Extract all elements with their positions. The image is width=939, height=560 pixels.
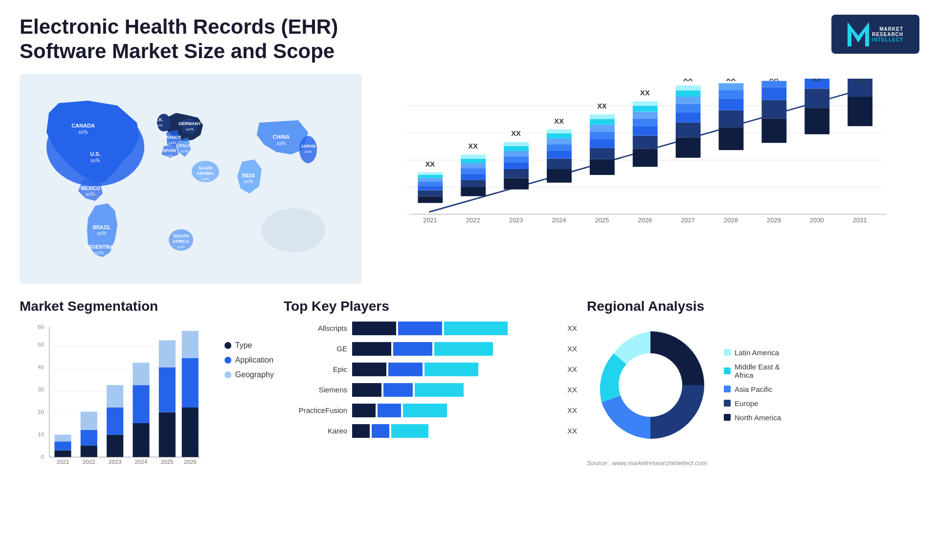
main-chart-svg: XX 2021 XX 2022 XX xyxy=(401,79,910,259)
svg-text:2021: 2021 xyxy=(56,458,69,465)
svg-marker-0 xyxy=(848,22,869,46)
top-section: CANADA xx% U.S. xx% MEXICO xx% BRAZIL xx… xyxy=(20,74,919,284)
seg-chart-svg: 0 10 20 30 40 50 60 xyxy=(20,322,215,478)
svg-text:xx%: xx% xyxy=(277,141,286,146)
player-bar-epic xyxy=(352,363,560,376)
svg-text:xx%: xx% xyxy=(91,158,100,163)
svg-point-39 xyxy=(262,208,325,252)
svg-text:AFRICA: AFRICA xyxy=(173,239,189,244)
donut-legend: Latin America Middle East &Africa Asia P… xyxy=(724,348,781,422)
svg-text:xx%: xx% xyxy=(244,179,253,184)
svg-text:2030: 2030 xyxy=(810,216,824,224)
source-text: Source : www.marketresearchintellect.com xyxy=(587,459,707,467)
key-players-container: Top Key Players Allscripts XX GE xyxy=(284,299,577,514)
svg-rect-119 xyxy=(761,87,786,100)
svg-text:ITALY: ITALY xyxy=(179,143,191,148)
svg-rect-79 xyxy=(547,133,572,138)
player-allscripts: Allscripts XX xyxy=(284,322,577,335)
logo-area: MARKET RESEARCH INTELLECT xyxy=(831,15,919,54)
player-siemens: Siemens XX xyxy=(284,383,577,397)
svg-text:2024: 2024 xyxy=(552,216,566,224)
player-bar-practicefusion xyxy=(352,404,560,417)
svg-rect-148 xyxy=(54,441,71,450)
svg-text:XX: XX xyxy=(683,79,693,83)
player-bar-allscripts xyxy=(352,322,560,335)
svg-rect-149 xyxy=(54,434,71,441)
player-name-kareo: Kareo xyxy=(284,427,347,435)
svg-rect-52 xyxy=(418,175,443,178)
svg-rect-95 xyxy=(633,118,658,126)
asia-pacific-label: Asia Pacific xyxy=(735,385,773,393)
svg-text:2023: 2023 xyxy=(509,216,523,224)
svg-rect-118 xyxy=(761,100,786,118)
svg-rect-163 xyxy=(159,412,176,457)
svg-text:INDIA: INDIA xyxy=(242,173,255,178)
svg-text:xx%: xx% xyxy=(168,141,176,145)
svg-rect-159 xyxy=(133,423,149,457)
svg-rect-165 xyxy=(159,340,176,367)
svg-rect-74 xyxy=(547,169,572,183)
seg-legend: Type Application Geography xyxy=(224,322,274,389)
donut-chart-svg xyxy=(587,322,714,449)
player-kareo: Kareo XX xyxy=(284,424,577,438)
svg-text:SPAIN: SPAIN xyxy=(163,148,176,153)
svg-rect-111 xyxy=(719,110,744,128)
svg-rect-66 xyxy=(504,169,529,178)
svg-rect-168 xyxy=(182,358,199,407)
application-label: Application xyxy=(235,356,273,365)
svg-text:2027: 2027 xyxy=(681,216,695,224)
player-name-ge: GE xyxy=(284,345,347,353)
svg-text:xx%: xx% xyxy=(86,192,95,197)
svg-text:2023: 2023 xyxy=(109,458,121,465)
latin-america-dot xyxy=(724,349,731,356)
svg-text:2031: 2031 xyxy=(853,216,867,224)
svg-text:XX: XX xyxy=(769,79,779,82)
player-name-allscripts: Allscripts xyxy=(284,324,347,332)
svg-rect-89 xyxy=(590,114,615,119)
svg-rect-164 xyxy=(159,367,176,412)
svg-rect-97 xyxy=(633,106,658,111)
svg-text:xx%: xx% xyxy=(304,150,312,154)
svg-rect-110 xyxy=(719,128,744,150)
header: Electronic Health Records (EHR) Software… xyxy=(20,15,919,64)
svg-rect-51 xyxy=(418,178,443,181)
legend-middle-east: Middle East &Africa xyxy=(724,363,781,379)
geography-label: Geography xyxy=(235,370,274,379)
bottom-section: Market Segmentation 0 10 20 30 xyxy=(20,299,919,514)
svg-text:SOUTH: SOUTH xyxy=(173,234,189,238)
player-xx-epic: XX xyxy=(567,365,577,373)
svg-text:30: 30 xyxy=(38,386,45,392)
svg-rect-167 xyxy=(182,408,199,457)
player-name-siemens: Siemens xyxy=(284,386,347,394)
svg-rect-94 xyxy=(633,126,658,135)
svg-text:2024: 2024 xyxy=(134,458,148,465)
svg-text:50: 50 xyxy=(38,341,45,347)
svg-rect-88 xyxy=(590,119,615,125)
svg-text:xx%: xx% xyxy=(186,127,193,131)
svg-rect-83 xyxy=(590,159,615,174)
svg-text:xx%: xx% xyxy=(201,177,209,181)
svg-rect-104 xyxy=(676,104,701,112)
page-container: Electronic Health Records (EHR) Software… xyxy=(0,0,939,560)
type-label: Type xyxy=(235,341,252,350)
type-dot xyxy=(224,342,231,349)
svg-rect-78 xyxy=(547,138,572,144)
segmentation-title: Market Segmentation xyxy=(20,299,274,314)
svg-rect-106 xyxy=(676,90,701,97)
svg-text:2021: 2021 xyxy=(423,216,437,224)
europe-label: Europe xyxy=(735,399,758,408)
svg-text:XX: XX xyxy=(855,79,865,83)
svg-rect-93 xyxy=(633,135,658,149)
svg-text:xx%: xx% xyxy=(177,245,184,249)
source-container: Source : www.marketresearchintellect.com xyxy=(587,449,919,467)
svg-text:xx%: xx% xyxy=(95,250,104,256)
svg-rect-53 xyxy=(418,172,443,175)
svg-point-13 xyxy=(157,114,171,131)
svg-text:2026: 2026 xyxy=(184,458,197,465)
world-map-container: CANADA xx% U.S. xx% MEXICO xx% BRAZIL xx… xyxy=(20,74,362,284)
player-epic: Epic XX xyxy=(284,363,577,376)
svg-rect-60 xyxy=(461,163,486,168)
svg-text:xx%: xx% xyxy=(155,123,162,128)
legend-asia-pacific: Asia Pacific xyxy=(724,385,781,393)
regional-title: Regional Analysis xyxy=(587,299,919,314)
